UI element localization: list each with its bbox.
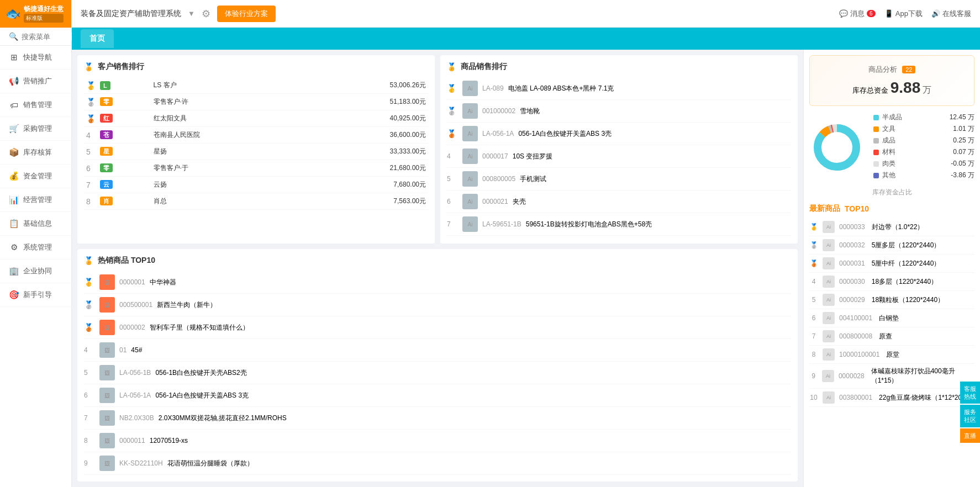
sidebar-item-guide[interactable]: 🎯 新手引导 (0, 283, 71, 307)
sidebar-item-enterprise[interactable]: 🏢 企业协同 (0, 260, 71, 283)
dropdown-arrow-icon[interactable]: ▼ (188, 9, 195, 18)
customer-amount: 51,183.00元 (307, 94, 428, 110)
hot-product-name: 12070519-xs (150, 437, 188, 444)
msg-btn[interactable]: 💬 消息 6 (839, 9, 876, 19)
sidebar-item-basic[interactable]: 📋 基础信息 (0, 212, 71, 236)
search-bar[interactable]: 🔍 (0, 28, 71, 46)
legend-item: 文具 1.01 万 (873, 124, 974, 134)
counter-btn[interactable]: 直播 (960, 428, 980, 443)
sidebar-item-marketing[interactable]: 📢 营销推广 (0, 70, 71, 93)
top-content-row: 🏅 客户销售排行 🥇 L LS 客户 53,006.26元 🥈 零 零售客户·许… (77, 55, 798, 244)
new-product-row: 8 Ai 10000100001 原堂 (809, 346, 974, 364)
new-product-rank: 8 (809, 351, 818, 358)
sidebar-item-inventory[interactable]: 📦 库存核算 (0, 141, 71, 165)
customer-badge: 星 (100, 147, 113, 156)
product-thumb: Ai (462, 81, 478, 96)
sidebar-item-sales[interactable]: 🏷 销售管理 (0, 93, 71, 117)
new-products-title: 最新商品 TOP10 (809, 204, 974, 214)
legend-label-text: 其他 (882, 171, 895, 180)
customer-ranking-table: 🥇 L LS 客户 53,006.26元 🥈 零 零售客户·许 51,183.0… (84, 77, 428, 210)
system-icon: ⚙ (9, 242, 19, 252)
customer-amount: 7,680.00元 (307, 177, 428, 193)
customer-badge: 零 (100, 97, 113, 106)
product-sales-row: 🥉 Ai LA-056-1A 056-1A白色按键开关盖ABS 3壳 (447, 123, 791, 145)
customer-rank-row: 6 零 零售客户·于 21,680.00元 (84, 160, 428, 177)
community-btn[interactable]: 服务社区 (960, 405, 980, 427)
product-code: LA-089 (482, 84, 504, 92)
customer-name: 星扬 (149, 144, 307, 160)
tab-home[interactable]: 首页 (81, 29, 114, 48)
new-product-row: 7 Ai 000800008 原查 (809, 327, 974, 346)
product-sales-card: 🏅 商品销售排行 🥇 Ai LA-089 电池盖 LA-089 ABS本色+黑种… (440, 55, 798, 244)
new-product-thumb: Ai (823, 294, 835, 306)
product-code: 0000017 (482, 152, 508, 160)
new-product-row: 6 Ai 004100001 白钢垫 (809, 309, 974, 327)
chart-legend: 半成品 12.45 万 文具 1.01 万 成品 0.25 万 材料 0.07 … (873, 113, 974, 182)
hot-product-code: 01 (119, 346, 127, 354)
product-thumb: Ai (462, 103, 478, 119)
legend-value: 1.01 万 (953, 124, 974, 134)
product-sales-row: 5 Ai 000800005 手机测试 (447, 168, 791, 190)
legend-item: 其他 -3.86 万 (873, 171, 974, 180)
customer-badge: 红 (100, 114, 113, 123)
rank-icon: 6 (447, 198, 458, 205)
rank-num: 6 (84, 160, 98, 177)
new-product-rank: 🥉 (809, 260, 818, 267)
hot-product-row: 9 🖼 KK-SD22110H 花语萌恒温分腿睡袋（厚款） (84, 452, 791, 475)
product-sales-title: 🏅 商品销售排行 (447, 62, 791, 72)
rank-num: 5 (84, 144, 98, 160)
trial-btn[interactable]: 体验行业方案 (217, 6, 276, 22)
new-product-row: 9 Ai 0000028 体碱嘉枝味苏打饮品400毫升（1*15） (809, 364, 974, 389)
customer-amount: 7,563.00元 (307, 193, 428, 210)
hot-product-row: 4 🖼 01 45# (84, 339, 791, 362)
product-sales-row: 7 Ai LA-59651-1B 59651-1B旋转投影灯电池盒ABS黑色+5… (447, 213, 791, 236)
product-sales-row: 4 Ai 0000017 10S 变扭罗援 (447, 145, 791, 168)
sidebar-item-quick-nav[interactable]: ⊞ 快捷导航 (0, 46, 71, 70)
new-product-rank: 7 (809, 332, 818, 340)
new-product-row: 5 Ai 0000029 18颗粒板（1220*2440） (809, 291, 974, 309)
new-product-code: 000800008 (839, 332, 872, 340)
legend-item: 材料 0.07 万 (873, 147, 974, 157)
customer-amount: 40,925.00元 (307, 110, 428, 127)
product-name: 手机测试 (520, 174, 546, 184)
new-product-rank: 5 (809, 296, 818, 304)
product-name: 夹壳 (513, 197, 526, 207)
hot-product-row: 🥈 🖼 000500001 新西兰牛肉（新牛） (84, 294, 791, 316)
hot-product-thumb: 🖼 (99, 365, 115, 380)
hotline-btn[interactable]: 客服热线 (960, 382, 980, 404)
hot-products-list: 🥇 🖼 0000001 中华神器 🥈 🖼 000500001 新西兰牛肉（新牛）… (84, 271, 791, 475)
settings-icon[interactable]: ⚙ (202, 8, 210, 20)
legend-dot (873, 150, 879, 155)
hot-product-row: 6 🖼 LA-056-1A 056-1A白色按键开关盖ABS 3克 (84, 384, 791, 407)
inventory-value: 9.88 (891, 79, 921, 96)
sidebar-item-operation[interactable]: 📊 经营管理 (0, 188, 71, 212)
app-download-btn[interactable]: 📱 App下载 (884, 9, 923, 19)
customer-amount: 53,006.26元 (307, 77, 428, 94)
rank-num: 🥈 (84, 94, 98, 110)
hot-product-thumb: 🖼 (99, 342, 115, 358)
legend-value: 0.07 万 (953, 147, 974, 157)
customer-rank-row: 8 肖 肖总 7,563.00元 (84, 193, 428, 210)
service-btn[interactable]: 🔊 在线客服 (931, 9, 971, 19)
hot-product-row: 5 🖼 LA-056-1B 056-1B白色按键开关壳ABS2壳 (84, 362, 791, 384)
hot-product-name: 056-1A白色按键开关盖ABS 3克 (155, 391, 249, 400)
sidebar-item-system[interactable]: ⚙ 系统管理 (0, 236, 71, 260)
new-product-thumb: Ai (823, 239, 835, 251)
inventory-icon: 📦 (9, 147, 19, 157)
legend-dot (873, 138, 879, 144)
legend-dot (873, 161, 879, 167)
rank-icon: 5 (447, 175, 458, 183)
legend-label-text: 成品 (882, 136, 895, 145)
analytics-badge: 22 (902, 66, 915, 73)
purchase-icon: 🛒 (9, 124, 19, 134)
rank-icon: 4 (447, 152, 458, 160)
hot-product-row: 7 🖼 NB2.0X30B 2.0X30MM双搓花轴,搓花直径2.1MM/ROH… (84, 407, 791, 430)
sidebar-item-purchase[interactable]: 🛒 采购管理 (0, 117, 71, 141)
customer-rank-row: 5 星 星扬 33,333.00元 (84, 144, 428, 160)
marketing-icon: 📢 (9, 76, 19, 86)
new-product-thumb: Ai (822, 370, 834, 382)
app-icon: 📱 (884, 9, 893, 18)
customer-rank-row: 7 云 云扬 7,680.00元 (84, 177, 428, 193)
new-product-thumb: Ai (823, 312, 835, 324)
sidebar-item-finance[interactable]: 💰 资金管理 (0, 165, 71, 188)
